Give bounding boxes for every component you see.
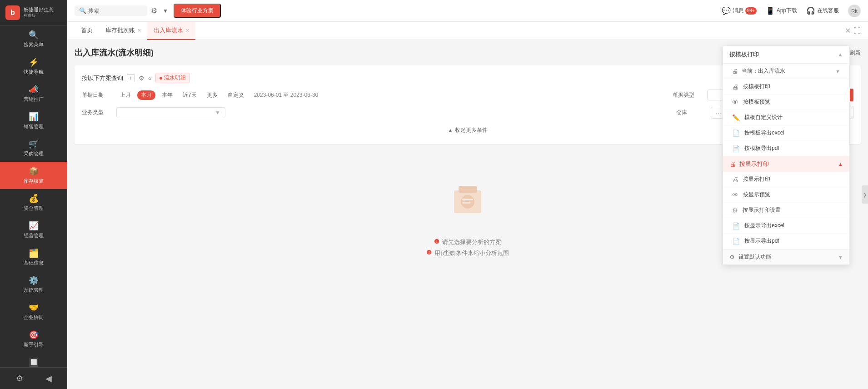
tab-home[interactable]: 首页 <box>75 22 99 40</box>
sidebar-label-search: 搜索菜单 <box>24 41 44 48</box>
app-download-label: App下载 <box>777 7 797 15</box>
display-export-pdf-item[interactable]: 📄 按显示导出pdf <box>723 234 849 249</box>
sidebar-item-system[interactable]: ⚙️ 系统管理 <box>0 271 67 298</box>
tab-flow[interactable]: 出入库流水 × <box>147 22 195 40</box>
sidebar-item-guide[interactable]: 🎯 新手引导 <box>0 325 67 353</box>
purchase-icon: 🛒 <box>29 139 39 149</box>
topbar-search-box[interactable]: 🔍 <box>75 5 147 16</box>
template-print-item[interactable]: 🖨 按模板打印 <box>723 79 849 95</box>
date-tab-current-month[interactable]: 本月 <box>137 90 155 100</box>
filter-warehouse-label: 仓库 <box>676 109 703 116</box>
collapse-bottom-icon[interactable]: ◀ <box>45 374 52 384</box>
tag-label: 流水明细 <box>164 74 186 82</box>
tab-flow-close[interactable]: × <box>186 27 189 34</box>
tab-home-label: 首页 <box>81 26 93 35</box>
display-section-header-inner: 🖨 按显示打印 <box>729 160 769 168</box>
user-avatar[interactable]: Rit <box>848 5 861 17</box>
template-section: 🖨 按模板打印 👁 按模板预览 ✏️ 模板自定义设计 📄 按模板导出excel … <box>723 79 849 156</box>
display-print-item[interactable]: 🖨 按显示打印 <box>723 172 849 187</box>
right-edge-collapse[interactable]: ❯ <box>862 185 868 204</box>
sidebar-item-quicknav[interactable]: ⚡ 快捷导航 <box>0 53 67 80</box>
search-input[interactable] <box>88 8 143 14</box>
tab-flow-label: 出入库流水 <box>154 26 183 35</box>
dropdown-header: 按模板打印 ▲ <box>723 46 849 64</box>
sidebar: b 畅捷通好生意 标准版 🔍 搜索菜单 ⚡ 快捷导航 📣 营销推广 📊 销售管理… <box>0 0 67 389</box>
message-icon: 💬 <box>722 6 731 15</box>
dropdown-up-icon: ▲ <box>838 51 843 58</box>
sidebar-label-finance: 资金管理 <box>24 205 44 212</box>
date-tab-last7[interactable]: 近7天 <box>179 90 200 100</box>
message-btn[interactable]: 💬 消息 99+ <box>722 6 757 15</box>
dropdown-current-selection: 🖨 当前：出入库流水 ▼ <box>723 64 849 79</box>
footer-chevron: ▼ <box>838 254 843 260</box>
display-preview-icon: 👁 <box>732 191 738 199</box>
template-preview-item[interactable]: 👁 按模板预览 <box>723 95 849 110</box>
sidebar-item-operation[interactable]: 📈 经营管理 <box>0 216 67 244</box>
inventory-icon: 📦 <box>29 166 39 176</box>
topbar-gear-icon[interactable]: ⚙ <box>151 6 157 15</box>
template-export-pdf-label: 按模板导出pdf <box>744 145 779 152</box>
tab-batch-close[interactable]: × <box>138 27 141 34</box>
logo-icon: b <box>5 5 20 20</box>
search-icon: 🔍 <box>29 30 39 40</box>
filter-collapse-btn[interactable]: « <box>148 75 152 82</box>
display-section-icon: 🖨 <box>729 160 736 168</box>
filter-settings-btn[interactable]: ⚙ <box>139 75 145 82</box>
sidebar-item-appcenter[interactable]: 🔲 应用中心 <box>0 353 67 367</box>
display-settings-item[interactable]: ⚙ 按显示打印设置 <box>723 203 849 218</box>
sidebar-item-marketing[interactable]: 📣 营销推广 <box>0 80 67 107</box>
sidebar-item-search[interactable]: 🔍 搜索菜单 <box>0 25 67 53</box>
warehouse-more-icon[interactable]: ··· <box>716 109 721 116</box>
sidebar-label-guide: 新手引导 <box>24 341 44 348</box>
sidebar-label-basic: 基础信息 <box>24 259 44 266</box>
display-export-excel-label: 按显示导出excel <box>744 222 784 229</box>
sidebar-bottom: ⚙ ◀ <box>0 367 67 389</box>
sidebar-label-sales: 销售管理 <box>24 123 44 130</box>
template-design-item[interactable]: ✏️ 模板自定义设计 <box>723 110 849 125</box>
operation-icon: 📈 <box>29 221 39 231</box>
customer-service-btn[interactable]: 🎧 在线客服 <box>806 6 839 15</box>
sidebar-item-finance[interactable]: 💰 资金管理 <box>0 189 67 216</box>
footer-label[interactable]: 设置默认功能 <box>735 253 838 261</box>
date-tab-more[interactable]: 更多 <box>203 90 221 100</box>
filter-add-btn[interactable]: + <box>127 74 135 82</box>
sidebar-item-purchase[interactable]: 🛒 采购管理 <box>0 135 67 162</box>
sidebar-label-marketing: 营销推广 <box>24 96 44 103</box>
sales-icon: 📊 <box>29 112 39 122</box>
biz-type-select[interactable]: ▼ <box>116 107 225 118</box>
settings-bottom-icon[interactable]: ⚙ <box>16 374 23 384</box>
display-export-excel-item[interactable]: 📄 按显示导出excel <box>723 218 849 234</box>
topbar-chevron-icon[interactable]: ▼ <box>163 8 168 14</box>
sidebar-label-inventory: 库存核算 <box>24 178 44 185</box>
topbar-search-icon: 🔍 <box>79 7 86 14</box>
sidebar-item-sales[interactable]: 📊 销售管理 <box>0 107 67 135</box>
template-export-pdf-item[interactable]: 📄 按模板导出pdf <box>723 141 849 156</box>
app-download-btn[interactable]: 📱 App下载 <box>766 6 797 15</box>
sidebar-item-inventory[interactable]: 📦 库存核算 <box>0 162 67 189</box>
display-preview-item[interactable]: 👁 按显示预览 <box>723 187 849 203</box>
date-tabs: 上月 本月 本年 近7天 更多 自定义 2023-06-01 至 2023-06… <box>116 90 318 100</box>
message-badge: 99+ <box>745 7 757 15</box>
date-tab-custom[interactable]: 自定义 <box>224 90 248 100</box>
maximize-window-icon[interactable]: ⛶ <box>853 27 861 35</box>
trial-button[interactable]: 体验行业方案 <box>174 4 221 18</box>
sidebar-logo: b 畅捷通好生意 标准版 <box>0 0 67 25</box>
template-export-pdf-icon: 📄 <box>732 145 740 152</box>
sidebar-item-enterprise[interactable]: 🤝 企业协同 <box>0 298 67 325</box>
app-name: 畅捷通好生意 <box>24 6 54 13</box>
date-tab-current-year[interactable]: 本年 <box>158 90 176 100</box>
display-export-pdf-icon: 📄 <box>732 238 740 245</box>
tab-batch[interactable]: 库存批次账 × <box>99 22 147 40</box>
close-window-icon[interactable]: ✕ <box>845 26 851 35</box>
customer-service-label: 在线客服 <box>817 7 839 15</box>
template-print-icon: 🖨 <box>732 83 738 90</box>
template-export-excel-item[interactable]: 📄 按模板导出excel <box>723 125 849 141</box>
display-print-icon: 🖨 <box>732 176 738 183</box>
topbar-right: 💬 消息 99+ 📱 App下载 🎧 在线客服 Rit <box>722 5 861 17</box>
empty-tip-2: ❷ 用[过滤]条件来缩小分析范围 <box>426 249 509 257</box>
template-design-icon: ✏️ <box>732 114 740 121</box>
display-section-chevron: ▲ <box>838 161 843 167</box>
display-section-header[interactable]: 🖨 按显示打印 ▲ <box>723 156 849 172</box>
date-tab-last-month[interactable]: 上月 <box>116 90 135 100</box>
sidebar-item-basic[interactable]: 🗂️ 基础信息 <box>0 244 67 271</box>
